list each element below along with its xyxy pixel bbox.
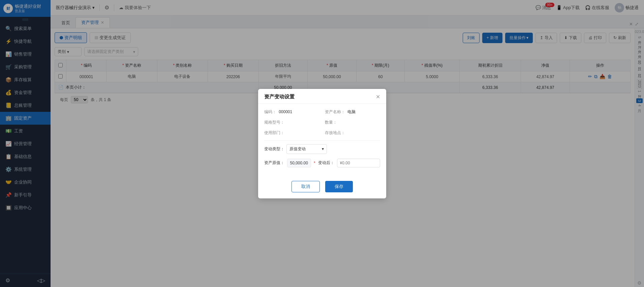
modal-code-label: 编码：	[264, 109, 276, 114]
change-type-chevron-icon: ▾	[322, 147, 324, 151]
modal-code-value: 000001	[279, 109, 292, 114]
save-button[interactable]: 保存	[325, 181, 353, 192]
modal-header: 资产变动设置 ✕	[258, 89, 386, 104]
modal-after-change-label: 变动后：	[318, 160, 334, 166]
modal-change-type-row: 变动类型： 原值变动 ▾	[264, 144, 380, 154]
after-change-input[interactable]	[337, 159, 380, 167]
modal-divider	[264, 140, 380, 141]
modal-name-label: 资产名称：	[325, 109, 345, 114]
modal-row-2: 规格型号： 数量：	[264, 120, 380, 125]
modal-asset-value-label: 资产原值：	[264, 160, 284, 166]
modal-qty-label: 数量：	[325, 120, 337, 125]
change-type-value: 原值变动	[289, 146, 306, 152]
modal-name-field: 资产名称： 电脑	[325, 109, 380, 115]
modal-dept-label: 使用部门：	[264, 130, 284, 135]
modal-location-label: 存放地点：	[325, 130, 345, 135]
modal-dept-field: 使用部门：	[264, 130, 319, 136]
modal-close-button[interactable]: ✕	[376, 94, 380, 100]
modal-location-field: 存放地点：	[325, 130, 380, 136]
modal-body: 编码： 000001 资产名称： 电脑 规格型号： 数量：	[258, 104, 386, 178]
modal-asset-value: 50,000.00	[287, 159, 311, 167]
modal-spec-label: 规格型号：	[264, 120, 284, 125]
modal-change-type-field: 变动类型： 原值变动 ▾	[264, 144, 380, 154]
modal-row-1: 编码： 000001 资产名称： 电脑	[264, 109, 380, 115]
modal-name-value: 电脑	[347, 109, 356, 114]
modal-change-type-label: 变动类型：	[264, 146, 284, 152]
asset-change-modal: 资产变动设置 ✕ 编码： 000001 资产名称： 电脑 规格型号：	[258, 89, 386, 198]
change-type-select[interactable]: 原值变动 ▾	[286, 144, 327, 154]
modal-overlay: 资产变动设置 ✕ 编码： 000001 资产名称： 电脑 规格型号：	[0, 0, 644, 287]
modal-title: 资产变动设置	[264, 94, 295, 100]
modal-footer: 取消 保存	[258, 178, 386, 198]
modal-row-3: 使用部门： 存放地点：	[264, 130, 380, 136]
cancel-button[interactable]: 取消	[292, 181, 320, 192]
modal-code-field: 编码： 000001	[264, 109, 319, 115]
modal-amount-row: 资产原值： 50,000.00 * 变动后：	[264, 159, 380, 167]
modal-quantity-field: 数量：	[325, 120, 380, 125]
modal-spec-field: 规格型号：	[264, 120, 319, 125]
